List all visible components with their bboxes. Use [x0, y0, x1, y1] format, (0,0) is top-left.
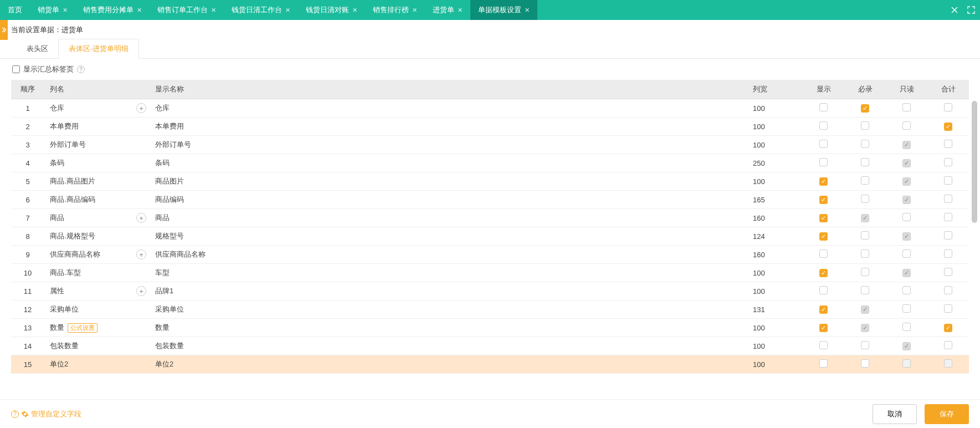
checkbox[interactable]	[902, 103, 911, 111]
tab-close-icon[interactable]: ✕	[412, 7, 417, 14]
checkbox[interactable]	[902, 213, 911, 221]
top-tab-0[interactable]: 首页	[0, 0, 30, 20]
formula-tag[interactable]: 公式设置	[68, 323, 98, 333]
checkbox[interactable]	[861, 104, 869, 113]
top-tab-2[interactable]: 销售费用分摊单✕	[75, 0, 150, 20]
cell-display[interactable]: 单位2	[150, 355, 747, 374]
cell-display[interactable]: 品牌1	[150, 282, 747, 300]
table-row[interactable]: 8商品.规格型号规格型号124	[11, 227, 969, 246]
tab-close-icon[interactable]: ✕	[525, 7, 530, 14]
table-row[interactable]: 12采购单位采购单位131	[11, 300, 969, 319]
top-tab-8[interactable]: 单据模板设置✕	[470, 0, 537, 20]
table-row[interactable]: 10商品.车型车型100	[11, 264, 969, 282]
add-icon[interactable]: +	[136, 213, 146, 223]
checkbox[interactable]	[944, 213, 952, 221]
checkbox[interactable]	[902, 304, 911, 313]
checkbox[interactable]	[861, 231, 869, 240]
cell-width[interactable]: 100	[747, 282, 803, 300]
checkbox[interactable]	[861, 341, 869, 349]
top-tab-4[interactable]: 钱货日清工作台✕	[224, 0, 298, 20]
checkbox[interactable]	[819, 249, 828, 258]
table-row[interactable]: 9供应商商品名称+供应商商品名称160	[11, 246, 969, 264]
checkbox[interactable]	[819, 341, 828, 349]
table-row[interactable]: 7商品+商品160	[11, 209, 969, 227]
cell-width[interactable]: 131	[747, 300, 803, 319]
checkbox[interactable]	[861, 121, 869, 130]
checkbox[interactable]	[819, 214, 828, 222]
checkbox[interactable]	[819, 359, 828, 368]
tab-close-icon[interactable]: ✕	[458, 7, 463, 14]
table-row[interactable]: 2本单费用本单费用100	[11, 118, 969, 136]
cell-display[interactable]: 商品	[150, 209, 747, 227]
checkbox[interactable]	[861, 249, 869, 258]
cell-display[interactable]: 供应商商品名称	[150, 246, 747, 264]
cell-width[interactable]: 124	[747, 227, 803, 246]
checkbox[interactable]	[819, 121, 828, 130]
sub-tab-1[interactable]: 表体区-进货单明细	[58, 39, 139, 59]
checkbox[interactable]	[861, 359, 869, 368]
checkbox[interactable]	[819, 269, 828, 277]
cell-display[interactable]: 本单费用	[150, 118, 747, 136]
checkbox[interactable]	[944, 195, 952, 203]
cell-width[interactable]: 100	[747, 264, 803, 282]
top-tab-6[interactable]: 销售排行榜✕	[365, 0, 425, 20]
top-tab-5[interactable]: 钱货日清对账✕	[298, 0, 365, 20]
table-row[interactable]: 15单位2单位2100	[11, 355, 969, 374]
checkbox[interactable]	[902, 249, 911, 258]
checkbox[interactable]	[944, 249, 952, 258]
checkbox[interactable]	[944, 123, 952, 131]
checkbox[interactable]	[944, 324, 952, 332]
scrollbar[interactable]	[972, 101, 977, 223]
table-row[interactable]: 1仓库+仓库100	[11, 99, 969, 118]
checkbox[interactable]	[819, 324, 828, 332]
cell-width[interactable]: 100	[747, 337, 803, 355]
table-row[interactable]: 14包装数量包装数量100	[11, 337, 969, 355]
checkbox[interactable]	[819, 140, 828, 148]
checkbox[interactable]	[944, 268, 952, 276]
table-row[interactable]: 11属性+品牌1100	[11, 282, 969, 300]
cell-display[interactable]: 数量	[150, 319, 747, 337]
checkbox[interactable]	[861, 176, 869, 185]
checkbox[interactable]	[902, 121, 911, 130]
close-all-icon[interactable]	[950, 6, 959, 14]
table-row[interactable]: 6商品.商品编码商品编码165	[11, 191, 969, 209]
table-row[interactable]: 4条码条码250	[11, 154, 969, 172]
cell-display[interactable]: 商品编码	[150, 191, 747, 209]
tab-close-icon[interactable]: ✕	[211, 7, 216, 14]
checkbox[interactable]	[944, 231, 952, 240]
checkbox[interactable]	[819, 177, 828, 186]
tab-close-icon[interactable]: ✕	[137, 7, 142, 14]
cell-display[interactable]: 包装数量	[150, 337, 747, 355]
top-tab-3[interactable]: 销售订单工作台✕	[150, 0, 224, 20]
cell-display[interactable]: 商品图片	[150, 172, 747, 191]
add-icon[interactable]: +	[136, 103, 146, 113]
checkbox[interactable]	[902, 286, 911, 294]
sub-tab-0[interactable]: 表头区	[17, 39, 58, 58]
cell-width[interactable]: 100	[747, 136, 803, 154]
add-icon[interactable]: +	[136, 249, 146, 259]
summary-checkbox[interactable]	[12, 65, 20, 73]
checkbox[interactable]	[944, 286, 952, 294]
checkbox[interactable]	[861, 195, 869, 203]
table-row[interactable]: 3外部订单号外部订单号100	[11, 136, 969, 154]
checkbox[interactable]	[819, 158, 828, 166]
fullscreen-icon[interactable]	[967, 6, 976, 14]
checkbox[interactable]	[944, 158, 952, 166]
checkbox[interactable]	[819, 103, 828, 111]
cell-width[interactable]: 160	[747, 209, 803, 227]
checkbox[interactable]	[944, 304, 952, 313]
cell-display[interactable]: 仓库	[150, 99, 747, 118]
cell-width[interactable]: 100	[747, 355, 803, 374]
checkbox[interactable]	[819, 305, 828, 314]
cell-display[interactable]: 采购单位	[150, 300, 747, 319]
cell-width[interactable]: 250	[747, 154, 803, 172]
cell-display[interactable]: 外部订单号	[150, 136, 747, 154]
cell-display[interactable]: 规格型号	[150, 227, 747, 246]
checkbox[interactable]	[944, 103, 952, 111]
checkbox[interactable]	[861, 158, 869, 166]
help-icon[interactable]: ?	[77, 65, 85, 73]
cell-display[interactable]: 条码	[150, 154, 747, 172]
top-tab-7[interactable]: 进货单✕	[425, 0, 470, 20]
checkbox[interactable]	[861, 140, 869, 148]
expand-icon[interactable]	[0, 20, 8, 40]
